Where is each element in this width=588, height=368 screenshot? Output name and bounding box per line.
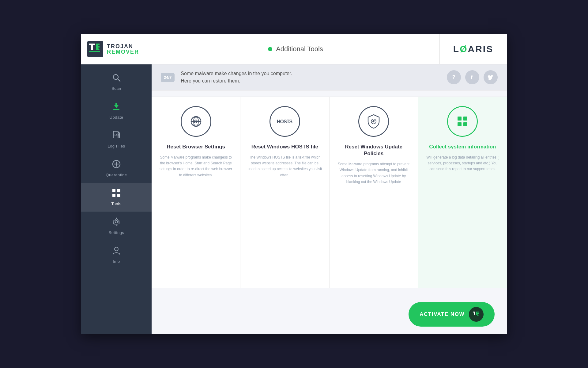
tool-desc-reset-browser: Some Malware programs make changess to t… — [158, 155, 234, 178]
tool-card-reset-update[interactable]: Reset Windows Update Policies Some Malwa… — [330, 97, 418, 288]
logo-area: TROJAN REMOVER — [81, 41, 152, 57]
tool-title-reset-update: Reset Windows Update Policies — [336, 144, 412, 157]
logo-trojan: TROJAN — [107, 44, 139, 49]
main-layout: Scan Update LOG — [81, 64, 507, 334]
tool-desc-reset-hosts: The Windows HOSTS file is a text file wh… — [247, 155, 323, 178]
sidebar-settings-label: Settings — [109, 230, 124, 235]
badge-247: 24/7 — [161, 73, 175, 82]
banner-left: 24/7 Some malware make changes in the yo… — [161, 70, 292, 85]
sidebar-item-quarantine[interactable]: Quarantine — [81, 154, 152, 183]
svg-rect-22 — [117, 194, 120, 197]
sidebar-scan-label: Scan — [111, 86, 121, 91]
content-area: 24/7 Some malware make changes in the yo… — [152, 64, 507, 334]
header: TROJAN REMOVER Additional Tools LØARIS — [81, 34, 507, 64]
top-banner: 24/7 Some malware make changes in the yo… — [152, 64, 507, 90]
activate-btn-icon — [469, 307, 484, 322]
tools-grid-icon — [112, 188, 121, 200]
sidebar-quarantine-label: Quarantine — [106, 173, 127, 177]
svg-rect-35 — [463, 117, 467, 121]
svg-rect-10 — [113, 109, 119, 110]
sidebar-tools-label: Tools — [111, 201, 122, 206]
user-icon — [112, 246, 121, 257]
search-icon — [112, 73, 121, 84]
tool-title-reset-browser: Reset Browser Settings — [167, 144, 225, 150]
facebook-icon-button[interactable]: f — [465, 70, 479, 84]
sidebar-item-scan[interactable]: Scan — [81, 67, 152, 96]
banner-line1: Some malware make changes in the you com… — [181, 70, 292, 77]
sidebar-item-settings[interactable]: Settings — [81, 212, 152, 240]
svg-point-33 — [373, 120, 375, 122]
svg-text:HOSTS: HOSTS — [277, 119, 292, 124]
svg-rect-12 — [115, 103, 117, 107]
svg-rect-37 — [463, 122, 467, 126]
svg-rect-36 — [458, 122, 462, 126]
svg-rect-20 — [117, 189, 120, 192]
logo-remover: REMOVER — [107, 49, 139, 55]
svg-rect-39 — [474, 312, 475, 315]
status-dot — [268, 47, 272, 51]
tool-desc-collect-system: Will generate a log data detailing all e… — [424, 155, 501, 172]
activate-now-button[interactable]: ACTIVATE NOW — [409, 302, 495, 327]
svg-text:e: e — [194, 117, 198, 125]
svg-text:f: f — [471, 75, 473, 80]
twitter-icon-button[interactable] — [484, 70, 498, 84]
tool-card-reset-browser[interactable]: e Reset Browser Settings Some Malware pr… — [152, 97, 240, 288]
sidebar-item-tools[interactable]: Tools — [81, 183, 152, 212]
sidebar-item-update[interactable]: Update — [81, 96, 152, 125]
app-container: TROJAN REMOVER Additional Tools LØARIS — [81, 34, 507, 334]
shield-icon-circle — [358, 106, 389, 137]
sidebar-logfiles-label: Log Files — [107, 144, 125, 148]
svg-marker-43 — [477, 314, 479, 316]
help-icon-button[interactable]: ? — [447, 70, 461, 84]
svg-rect-0 — [87, 41, 103, 57]
windows-icon-circle — [447, 106, 478, 137]
svg-rect-5 — [96, 46, 100, 48]
banner-text: Some malware make changes in the you com… — [181, 70, 292, 85]
tools-grid: e Reset Browser Settings Some Malware pr… — [152, 97, 507, 288]
activate-label: ACTIVATE NOW — [420, 311, 465, 317]
header-middle: Additional Tools — [152, 45, 439, 53]
sidebar-update-label: Update — [110, 115, 123, 120]
svg-text:?: ? — [452, 74, 455, 80]
loaris-logo: LØARIS — [453, 44, 493, 54]
banner-line2: Here you can restore them. — [181, 77, 292, 85]
tool-title-collect-system: Collect system information — [429, 144, 496, 150]
sidebar-info-label: Info — [113, 259, 120, 264]
tool-title-reset-hosts: Reset Windows HOSTS file — [251, 144, 318, 150]
logo-text: TROJAN REMOVER — [107, 44, 139, 55]
svg-rect-21 — [112, 194, 115, 197]
svg-point-23 — [115, 220, 118, 223]
tool-desc-reset-update: Some Malware programs attempt to prevent… — [336, 161, 412, 185]
sidebar-item-info[interactable]: Info — [81, 240, 152, 269]
tool-card-reset-hosts[interactable]: HOSTS Reset Windows HOSTS file The Windo… — [240, 97, 329, 288]
header-right: LØARIS — [439, 34, 507, 64]
additional-tools-label: Additional Tools — [276, 45, 323, 53]
tools-grid-wrapper: e Reset Browser Settings Some Malware pr… — [152, 90, 507, 294]
gear-icon — [112, 217, 121, 228]
banner-icons: ? f — [447, 70, 498, 84]
plus-circle-icon — [112, 159, 121, 171]
svg-text:LOG: LOG — [115, 134, 119, 136]
download-icon — [112, 102, 121, 113]
bottom-area: ACTIVATE NOW — [152, 294, 507, 334]
svg-rect-2 — [91, 44, 93, 50]
trojan-remover-logo-icon — [87, 41, 103, 57]
svg-line-9 — [118, 79, 120, 81]
sidebar-item-logfiles[interactable]: LOG Log Files — [81, 125, 152, 154]
sidebar: Scan Update LOG — [81, 64, 152, 334]
hosts-icon-circle: HOSTS — [270, 106, 300, 137]
svg-point-24 — [115, 247, 118, 251]
svg-rect-34 — [458, 117, 462, 121]
tool-card-collect-system[interactable]: Collect system information Will generate… — [418, 97, 507, 288]
svg-rect-19 — [112, 189, 115, 192]
svg-rect-7 — [89, 51, 100, 52]
ie-icon-circle: e — [181, 106, 211, 137]
svg-rect-42 — [476, 313, 479, 314]
svg-rect-4 — [96, 44, 100, 45]
log-file-icon: LOG — [112, 131, 121, 142]
svg-rect-41 — [476, 312, 479, 312]
